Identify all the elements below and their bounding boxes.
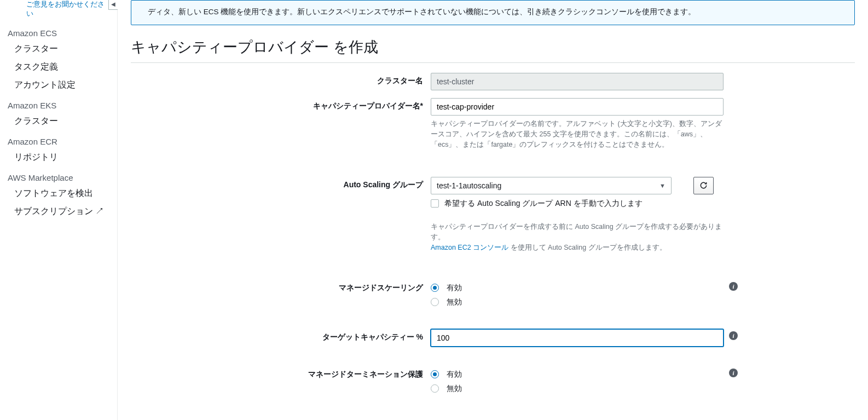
collapse-sidebar-icon[interactable]: ◀: [108, 0, 118, 10]
nav-section-eks: Amazon EKS: [8, 101, 109, 110]
input-target-capacity[interactable]: [431, 329, 724, 347]
label-asg: Auto Scaling グループ: [131, 177, 431, 190]
nav-section-ecs: Amazon ECS: [8, 28, 109, 38]
nav-item-clusters[interactable]: クラスター: [8, 40, 109, 58]
checkbox-manual-arn[interactable]: [431, 199, 439, 208]
sidebar: ◀ ご意見をお聞かせください Amazon ECS クラスター タスク定義 アカ…: [0, 0, 118, 420]
nav-item-account-settings[interactable]: アカウント設定: [8, 76, 109, 94]
help-provider-name: キャパシティープロバイダーの名前です。アルファベット (大文字と小文字)、数字、…: [431, 119, 724, 151]
nav-item-task-definitions[interactable]: タスク定義: [8, 58, 109, 76]
nav-item-label: サブスクリプション ↗: [14, 206, 104, 216]
nav-item-subscriptions[interactable]: サブスクリプション ↗: [8, 203, 109, 221]
select-asg[interactable]: test-1-1autoscaling ▼: [431, 177, 672, 194]
label-target-capacity: ターゲットキャパシティー %: [131, 329, 431, 342]
chevron-down-icon: ▼: [659, 182, 666, 189]
radio-label-on: 有効: [447, 370, 462, 379]
banner-text: ディタ、新しい ECS 機能を使用できます。新しいエクスペリエンスでサポートされ…: [148, 8, 696, 16]
nav-section-marketplace: AWS Marketplace: [8, 173, 109, 182]
feedback-link[interactable]: ご意見をお聞かせください: [8, 0, 109, 22]
row-asg: Auto Scaling グループ test-1-1autoscaling ▼ …: [131, 177, 855, 254]
info-icon[interactable]: i: [729, 369, 738, 377]
label-managed-termination: マネージドターミネーション保護: [131, 366, 431, 379]
nav-item-eks-clusters[interactable]: クラスター: [8, 112, 109, 130]
info-banner: ディタ、新しい ECS 機能を使用できます。新しいエクスペリエンスでサポートされ…: [131, 0, 855, 25]
info-icon[interactable]: i: [729, 282, 738, 291]
radio-managed-scaling-off[interactable]: [431, 298, 439, 306]
nav-item-discover-software[interactable]: ソフトウェアを検出: [8, 185, 109, 203]
radio-managed-scaling-on[interactable]: [431, 284, 439, 292]
nav-section-ecr: Amazon ECR: [8, 137, 109, 146]
help-asg: キャパシティープロバイダーを作成する前に Auto Scaling グループを作…: [431, 222, 724, 254]
radio-label-off: 無効: [447, 297, 462, 307]
label-cluster-name: クラスター名: [131, 73, 431, 86]
input-cluster-name: [431, 73, 724, 90]
refresh-asg-button[interactable]: [693, 177, 714, 194]
radio-label-off: 無効: [447, 384, 462, 394]
help-asg-suffix: を使用して Auto Scaling グループを作成します。: [508, 244, 667, 251]
radio-label-on: 有効: [447, 283, 462, 293]
row-target-capacity: ターゲットキャパシティー % i: [131, 329, 855, 347]
radio-managed-termination-off[interactable]: [431, 384, 439, 393]
help-asg-prefix: キャパシティープロバイダーを作成する前に Auto Scaling グループを作…: [431, 223, 722, 241]
row-cluster-name: クラスター名: [131, 73, 855, 90]
info-icon[interactable]: i: [729, 331, 738, 340]
nav-item-repositories[interactable]: リポジトリ: [8, 148, 109, 166]
refresh-icon: [699, 181, 708, 189]
main-content: ディタ、新しい ECS 機能を使用できます。新しいエクスペリエンスでサポートされ…: [118, 0, 868, 420]
radio-managed-termination-on[interactable]: [431, 370, 439, 378]
checkbox-manual-arn-label: 希望する Auto Scaling グループ ARN を手動で入力します: [444, 199, 643, 209]
page-title: キャパシティープロバイダー を作成: [131, 37, 855, 63]
row-managed-scaling: マネージドスケーリング 有効 無効 i: [131, 280, 855, 309]
label-managed-scaling: マネージドスケーリング: [131, 280, 431, 293]
select-asg-value: test-1-1autoscaling: [437, 181, 501, 190]
input-provider-name[interactable]: [431, 98, 724, 116]
row-provider-name: キャパシティープロバイダー名* キャパシティープロバイダーの名前です。アルファベ…: [131, 98, 855, 151]
row-managed-termination: マネージドターミネーション保護 有効 無効 i: [131, 366, 855, 396]
link-ec2-console[interactable]: Amazon EC2 コンソール: [431, 244, 508, 251]
label-provider-name: キャパシティープロバイダー名*: [131, 98, 431, 111]
